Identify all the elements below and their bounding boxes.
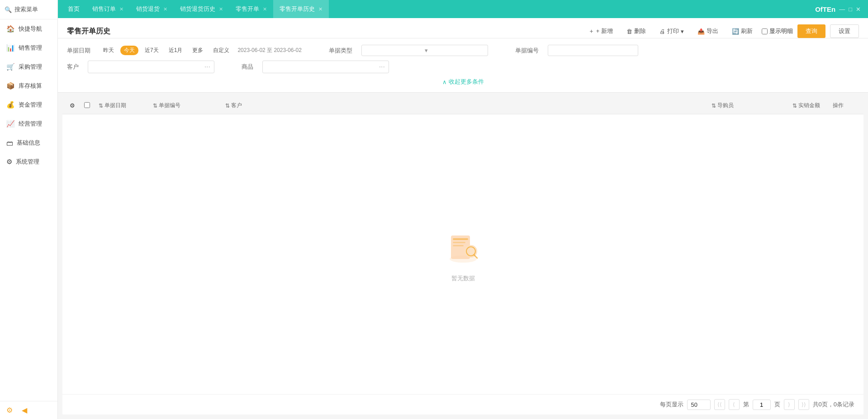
product-dots-icon[interactable]: ···	[379, 63, 385, 71]
display-detail-checkbox[interactable]	[762, 28, 768, 34]
display-detail-toggle[interactable]: 显示明细	[762, 27, 793, 35]
sidebar-item-label: 销售管理	[19, 44, 42, 52]
order-type-select[interactable]: ▾	[361, 45, 488, 56]
col-customer-label: 客户	[231, 102, 242, 109]
date-btn-yesterday[interactable]: 昨天	[100, 46, 118, 55]
sidebar-bottom: ⚙ ◀	[0, 401, 57, 419]
print-button[interactable]: 🖨 打印 ▾	[655, 25, 688, 38]
sidebar-search[interactable]: 🔍 搜索菜单	[0, 0, 57, 19]
tab-retail-history-close[interactable]: ✕	[318, 6, 323, 12]
tab-sales-return-history-close[interactable]: ✕	[219, 6, 223, 12]
total-info: 共0页，0条记录	[813, 400, 854, 409]
sidebar-item-quick-nav[interactable]: 🏠 快捷导航	[0, 19, 57, 38]
sidebar-item-label: 快捷导航	[19, 25, 42, 33]
sidebar-item-label: 基础信息	[17, 139, 40, 147]
sidebar-item-finance[interactable]: 💰 资金管理	[0, 95, 57, 114]
print-icon: 🖨	[659, 28, 665, 35]
tab-sales-return-history[interactable]: 销货退货历史 ✕	[174, 0, 229, 18]
finance-icon: 💰	[6, 101, 15, 109]
maximize-button[interactable]: □	[849, 6, 852, 13]
table-card: ⚙ ⇅ 单据日期 ⇅ 单据编号 ⇅ 客户 ⇅	[62, 97, 863, 414]
next-page-button[interactable]: ⟩	[784, 399, 795, 410]
order-num-input[interactable]	[552, 47, 634, 54]
tab-retail-open[interactable]: 零售开单 ✕	[229, 0, 273, 18]
close-window-button[interactable]: ✕	[856, 6, 861, 13]
product-input[interactable]	[266, 64, 379, 71]
sidebar-item-inventory[interactable]: 📦 库存核算	[0, 76, 57, 95]
per-page-label: 每页显示	[660, 400, 683, 409]
date-btn-today[interactable]: 今天	[120, 46, 138, 55]
brand-text: OfTEn	[815, 5, 835, 13]
last-page-button[interactable]: ⟩⟩	[798, 399, 809, 410]
search-icon: 🔍	[5, 6, 12, 13]
customer-label: 客户	[67, 63, 79, 71]
tab-retail-open-label: 零售开单	[236, 5, 259, 13]
customer-input[interactable]	[92, 64, 204, 71]
export-button[interactable]: 📤 导出	[693, 25, 723, 38]
tab-home[interactable]: 首页	[62, 0, 86, 18]
sidebar-item-base-info[interactable]: 🗃 基础信息	[0, 133, 57, 152]
empty-state: 暂无数据	[62, 114, 863, 394]
sort-guide-icon[interactable]: ⇅	[711, 103, 716, 109]
main-content: 首页 销售订单 ✕ 销货退货 ✕ 销货退货历史 ✕ 零售开单 ✕ 零售开单历史 …	[58, 0, 868, 419]
product-input-wrap: ···	[262, 61, 389, 73]
empty-icon	[443, 226, 484, 267]
order-num-label: 单据编号	[515, 47, 539, 55]
tab-retail-open-close[interactable]: ✕	[263, 6, 267, 12]
sidebar-item-sales-mgmt[interactable]: 📊 销售管理	[0, 38, 57, 57]
order-type-chevron-icon: ▾	[425, 47, 484, 54]
add-label: + 新增	[596, 27, 613, 35]
print-label: 打印	[667, 27, 679, 35]
sidebar-item-purchase-mgmt[interactable]: 🛒 采购管理	[0, 57, 57, 76]
refresh-button[interactable]: 🔄 刷新	[727, 25, 757, 38]
prev-page-button[interactable]: ⟨	[729, 399, 740, 410]
tab-sales-return-close[interactable]: ✕	[163, 6, 167, 12]
date-btn-custom[interactable]: 自定义	[209, 46, 233, 55]
tab-sales-order[interactable]: 销售订单 ✕	[86, 0, 130, 18]
sort-num-icon[interactable]: ⇅	[153, 103, 157, 109]
date-btn-more[interactable]: 更多	[189, 46, 207, 55]
col-guide-label: 导购员	[717, 102, 734, 109]
customer-dots-icon[interactable]: ···	[204, 63, 210, 71]
sales-icon: 📊	[6, 44, 15, 52]
svg-rect-4	[453, 245, 464, 246]
sidebar: 🔍 搜索菜单 🏠 快捷导航 📊 销售管理 🛒 采购管理 📦 库存核算 💰 资金管…	[0, 0, 58, 419]
sort-customer-icon[interactable]: ⇅	[225, 103, 230, 109]
per-page-select[interactable]: 10 20 50 100	[687, 400, 711, 410]
top-nav-right: OfTEn — □ ✕	[815, 5, 864, 13]
date-btn-1month[interactable]: 近1月	[165, 46, 186, 55]
page-label: 第	[743, 400, 749, 409]
settings-button[interactable]: 设置	[830, 24, 859, 38]
purchase-icon: 🛒	[6, 63, 15, 71]
display-detail-label: 显示明细	[769, 27, 793, 35]
tab-sales-return[interactable]: 销货退货 ✕	[130, 0, 174, 18]
col-action-label: 操作	[833, 102, 844, 109]
query-button[interactable]: 查询	[797, 24, 825, 38]
first-page-button[interactable]: ⟨⟨	[714, 399, 725, 410]
delete-button[interactable]: 🗑 删除	[622, 25, 650, 38]
sidebar-item-sys-mgmt[interactable]: ⚙ 系统管理	[0, 152, 57, 171]
col-amount-header: ⇅ 实销金额	[766, 102, 820, 109]
collapse-sidebar-icon[interactable]: ◀	[22, 406, 27, 414]
collapse-filter-button[interactable]: ∧ 收起更多条件	[67, 78, 859, 86]
collapse-label: 收起更多条件	[449, 78, 484, 86]
content-body: 零售开单历史 ＋ + 新增 🗑 删除 🖨 打印 ▾ 📤 导出	[58, 18, 868, 419]
col-gear: ⚙	[70, 102, 84, 109]
page-number-input[interactable]	[753, 400, 771, 410]
sidebar-item-operations[interactable]: 📈 经营管理	[0, 114, 57, 133]
sidebar-item-label: 系统管理	[16, 158, 39, 166]
col-num-header: ⇅ 单据编号	[153, 102, 225, 109]
settings-bottom-icon[interactable]: ⚙	[6, 406, 13, 414]
select-all-checkbox[interactable]	[84, 102, 90, 108]
top-nav: 首页 销售订单 ✕ 销货退货 ✕ 销货退货历史 ✕ 零售开单 ✕ 零售开单历史 …	[58, 0, 868, 18]
sort-date-icon[interactable]: ⇅	[99, 103, 103, 109]
customer-input-wrap: ···	[88, 61, 214, 73]
print-chevron-icon: ▾	[681, 28, 684, 35]
column-settings-icon[interactable]: ⚙	[70, 102, 75, 109]
add-button[interactable]: ＋ + 新增	[584, 25, 617, 38]
tab-retail-history[interactable]: 零售开单历史 ✕	[273, 0, 329, 18]
sort-amount-icon[interactable]: ⇅	[792, 103, 797, 109]
date-btn-7days[interactable]: 近7天	[141, 46, 162, 55]
tab-sales-order-close[interactable]: ✕	[119, 6, 123, 12]
minimize-button[interactable]: —	[839, 6, 845, 13]
